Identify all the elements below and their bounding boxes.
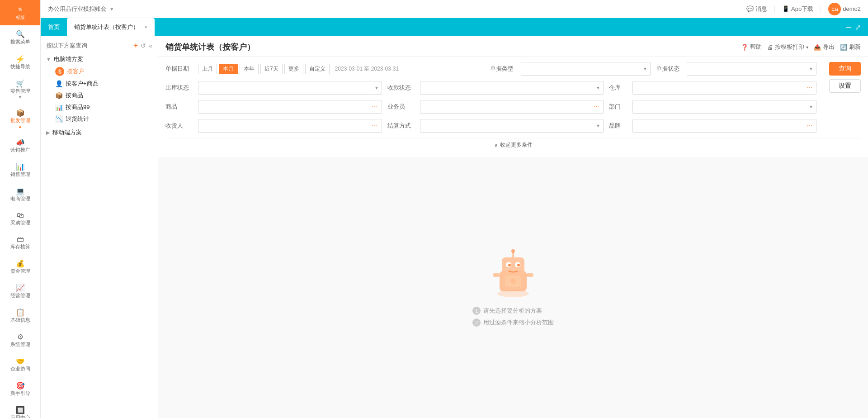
department-select[interactable]: ▾ xyxy=(632,100,816,114)
brand-select[interactable]: ··· xyxy=(632,119,816,133)
scheme-by-goods[interactable]: 📦 按商品 xyxy=(41,90,158,101)
sidebar-item-retail[interactable]: 🛒 零售管理 ▼ xyxy=(0,75,40,104)
message-label: 消息 xyxy=(755,5,767,13)
warehouse-select[interactable]: ··· xyxy=(632,81,816,95)
delivery-status-select[interactable]: ▾ xyxy=(198,81,382,95)
scheme-goods-label: 按商品 xyxy=(66,91,83,100)
refresh-icon: 🔄 xyxy=(840,44,847,51)
filter-row-date: 单据日期 上月 本月 本年 近7天 更多 自定义 2023-03-01 至 20… xyxy=(165,62,816,76)
date-btn-more[interactable]: 更多 xyxy=(284,64,303,74)
sidebar-item-enterprise[interactable]: 🤝 企业协同 xyxy=(0,352,40,377)
sidebar-item-operations[interactable]: 📈 经营管理 xyxy=(0,279,40,304)
goods-label: 商品 xyxy=(165,103,193,111)
mobile-tree-expand-icon: ▶ xyxy=(46,130,50,136)
tab-expand-icon[interactable]: ⤢ xyxy=(855,23,861,32)
sidebar-item-wholesale[interactable]: 📦 批发管理 ▲ xyxy=(0,104,40,133)
svg-rect-11 xyxy=(493,273,500,277)
user-avatar: Ea xyxy=(828,3,841,15)
user-profile-btn[interactable]: Ea demo2 xyxy=(828,3,861,15)
hint-num-1: 1 xyxy=(472,307,481,315)
date-btn-this-year[interactable]: 本年 xyxy=(240,64,259,74)
sidebar-item-quick-nav[interactable]: ⚡ 快捷导航 xyxy=(0,50,40,75)
goods-select[interactable]: ··· xyxy=(198,100,382,114)
refresh-scheme-btn[interactable]: ↺ xyxy=(141,42,146,49)
settings-btn[interactable]: 设置 xyxy=(829,79,861,93)
sidebar-item-marketing[interactable]: 📣 营销推广 xyxy=(0,133,40,158)
message-btn[interactable]: 💬 消息 xyxy=(746,5,767,13)
receipt-status-select[interactable]: ▾ xyxy=(687,62,816,76)
scheme-return-stats[interactable]: 📉 退货统计 xyxy=(41,113,158,125)
divider2 xyxy=(821,5,821,13)
left-panel-header: 按以下方案查询 + ↺ « xyxy=(41,42,158,53)
template-print-label: 按模板打印 xyxy=(775,43,804,51)
query-btn[interactable]: 查询 xyxy=(829,62,861,76)
filter-row-status: 出库状态 ▾ 收款状态 ▾ 仓库 xyxy=(165,81,816,95)
tab-home[interactable]: 首页 xyxy=(41,18,67,36)
tab-minimize-icon[interactable]: ─ xyxy=(846,23,851,31)
collapse-more-bar[interactable]: ∧ 收起更多条件 xyxy=(165,138,861,152)
help-btn[interactable]: ❓ 帮助 xyxy=(741,43,762,51)
filter-row-goods: 商品 ··· 业务员 ··· 部门 xyxy=(165,100,816,114)
scheme-by-goods99[interactable]: 📊 按商品99 xyxy=(41,101,158,113)
sidebar-item-sales[interactable]: 📊 销售管理 xyxy=(0,158,40,182)
tab-close-btn[interactable]: × xyxy=(144,24,147,30)
dropdown-arrow-icon[interactable]: ▾ xyxy=(110,5,113,12)
export-btn[interactable]: 📤 导出 xyxy=(814,43,835,51)
user-name: demo2 xyxy=(843,5,861,12)
receipt-type-select[interactable]: ▾ xyxy=(521,62,651,76)
sidebar-item-app-center[interactable]: 🔲 应用中心 xyxy=(0,401,40,418)
add-scheme-btn[interactable]: + xyxy=(134,42,138,50)
salesperson-dots[interactable]: ··· xyxy=(594,103,599,111)
mobile-section-toggle[interactable]: ▶ 移动端方案 xyxy=(41,127,158,138)
header-actions: 💬 消息 📱 App下载 Ea demo2 xyxy=(746,3,861,15)
sidebar-label-operations: 经营管理 xyxy=(10,292,30,299)
date-btn-7days[interactable]: 近7天 xyxy=(260,64,283,74)
sidebar-item-ecommerce[interactable]: 💻 电商管理 xyxy=(0,182,40,207)
filter-actions: 查询 设置 xyxy=(829,62,861,93)
goods-dots[interactable]: ··· xyxy=(372,103,377,111)
collapse-panel-btn[interactable]: « xyxy=(149,42,152,49)
sidebar-label-wholesale: 批发管理 xyxy=(10,117,30,124)
tab-sales-stats[interactable]: 销货单统计表（按客户） × xyxy=(67,18,155,36)
divider1 xyxy=(774,5,775,13)
sidebar-label-enterprise: 企业协同 xyxy=(10,366,30,372)
sidebar-item-search[interactable]: 🔍 搜索菜单 xyxy=(0,25,40,50)
date-btn-this-month[interactable]: 本月 xyxy=(219,64,238,74)
sidebar-item-newbie[interactable]: 🎯 新手引导 xyxy=(0,377,40,401)
company-name: 办公用品行业模拟账套 xyxy=(48,5,107,13)
settlement-select[interactable]: ▾ xyxy=(420,119,604,133)
empty-illustration xyxy=(486,248,540,299)
desktop-section-toggle[interactable]: ▼ 电脑端方案 xyxy=(41,53,158,65)
salesperson-select[interactable]: ··· xyxy=(420,100,604,114)
sales-icon: 📊 xyxy=(16,162,25,171)
scheme-by-customer[interactable]: 客 按客户 xyxy=(41,65,158,78)
svg-text:畅: 畅 xyxy=(19,7,22,11)
date-quick-btns: 上月 本月 本年 近7天 更多 自定义 2023-03-01 至 2023-03… xyxy=(198,64,399,74)
app-download-label: App下载 xyxy=(791,5,813,13)
department-chevron: ▾ xyxy=(810,104,812,110)
scheme-by-customer-goods[interactable]: 👤 按客户+商品 xyxy=(41,78,158,90)
sidebar-item-purchase[interactable]: 🛍 采购管理 xyxy=(0,207,40,231)
refresh-btn[interactable]: 🔄 刷新 xyxy=(840,43,861,51)
date-btn-custom[interactable]: 自定义 xyxy=(305,64,330,74)
filter-area: 单据日期 上月 本月 本年 近7天 更多 自定义 2023-03-01 至 20… xyxy=(158,57,868,157)
left-panel: 按以下方案查询 + ↺ « ▼ 电脑端方案 客 按客户 👤 按客户+商品 xyxy=(41,36,158,418)
sidebar-item-basic-info[interactable]: 📋 基础信息 xyxy=(0,304,40,328)
receiver-select[interactable]: ··· xyxy=(198,119,382,133)
svg-point-7 xyxy=(508,264,511,266)
template-print-btn[interactable]: 🖨 按模板打印 ▾ xyxy=(767,43,808,51)
app-download-btn[interactable]: 📱 App下载 xyxy=(782,5,813,13)
sidebar-item-inventory[interactable]: 🗃 库存核算 xyxy=(0,231,40,255)
brand-dots[interactable]: ··· xyxy=(807,122,812,130)
collection-status-select[interactable]: ▾ xyxy=(420,81,604,95)
retail-icon: 🛒 xyxy=(16,79,25,88)
date-btn-last-month[interactable]: 上月 xyxy=(198,64,217,74)
empty-hint-2: 2 用过滤条件来缩小分析范围 xyxy=(472,318,554,327)
active-tab-label: 销货单统计表（按客户） xyxy=(74,23,139,31)
sidebar-item-system[interactable]: ⚙ 系统管理 xyxy=(0,328,40,352)
warehouse-dots[interactable]: ··· xyxy=(807,84,812,92)
sidebar-item-finance[interactable]: 💰 资金管理 xyxy=(0,255,40,279)
wholesale-icon: 📦 xyxy=(16,109,25,117)
inventory-icon: 🗃 xyxy=(17,235,24,243)
receiver-dots[interactable]: ··· xyxy=(372,122,377,130)
